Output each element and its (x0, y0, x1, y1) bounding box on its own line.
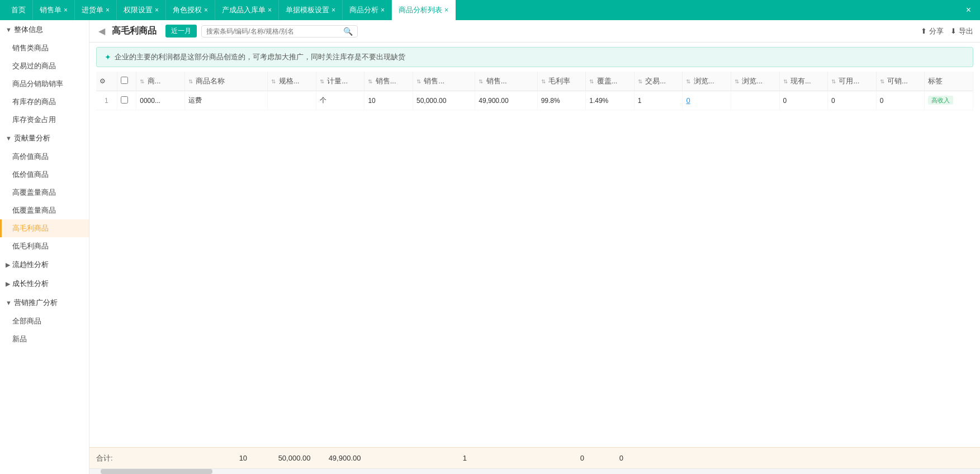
row-select-checkbox[interactable] (121, 96, 128, 104)
total-sales2: 50,000.00 (275, 454, 325, 462)
collapse-sidebar-button[interactable]: ◀ (96, 25, 107, 37)
close-tab-purchase[interactable]: × (106, 6, 110, 14)
row-transactions: 1 (634, 91, 683, 110)
col-stock1-header[interactable]: ⇅ 现有... (779, 72, 828, 91)
sidebar-group-overview[interactable]: ▼ 整体信息 (0, 20, 89, 39)
tag-badge: 高收入 (928, 96, 953, 105)
col-checkbox[interactable] (117, 72, 136, 91)
close-tab-templates[interactable]: × (332, 6, 335, 14)
horizontal-scrollbar[interactable] (89, 468, 980, 474)
search-icon[interactable]: 🔍 (343, 27, 353, 36)
col-stock3-header[interactable]: ⇅ 可销... (876, 72, 925, 91)
row-gross-rate: 99.8% (537, 91, 586, 110)
nav-tab-home[interactable]: 首页 (4, 0, 33, 20)
sidebar-group-contribution[interactable]: ▼ 贡献量分析 (0, 129, 89, 148)
export-icon: ⬇ (950, 27, 957, 35)
nav-tab-roles[interactable]: 角色授权 × (166, 0, 215, 20)
col-code-header[interactable]: ⇅ 商... (136, 72, 185, 91)
col-spec-header[interactable]: ⇅ 规格... (268, 72, 316, 91)
col-name-header[interactable]: ⇅ 商品名称 (184, 72, 267, 91)
main-layout: ▼ 整体信息 销售类商品 交易过的商品 商品分销助销率 有库存的商品 库存资金占… (0, 20, 980, 474)
nav-tab-templates[interactable]: 单据模板设置 × (279, 0, 343, 20)
sidebar-item-low-coverage[interactable]: 低覆盖量商品 (0, 201, 89, 219)
col-unit-header[interactable]: ⇅ 计量... (316, 72, 364, 91)
row-tag: 高收入 (925, 91, 973, 110)
sidebar-group-trend[interactable]: ▶ 流趋性分析 (0, 255, 89, 274)
sidebar-item-high-coverage[interactable]: 高覆盖量商品 (0, 184, 89, 201)
col-sales3-header[interactable]: ⇅ 销售... (475, 72, 537, 91)
total-sales1: 10 (236, 454, 275, 462)
nav-tab-sales[interactable]: 销售单 × (33, 0, 75, 20)
row-checkbox[interactable] (117, 91, 136, 110)
col-gross-header[interactable]: ⇅ 毛利率 (537, 72, 586, 91)
search-input[interactable] (206, 27, 343, 35)
col-sales2-header[interactable]: ⇅ 销售... (413, 72, 475, 91)
col-sales1-header[interactable]: ⇅ 销售... (364, 72, 413, 91)
row-sales3: 49,900.00 (475, 91, 537, 110)
sidebar-item-low-value[interactable]: 低价值商品 (0, 166, 89, 184)
sidebar-item-all-goods[interactable]: 全部商品 (0, 312, 89, 330)
export-button[interactable]: ⬇ 导出 (950, 26, 973, 36)
row-num: 1 (96, 91, 117, 110)
close-window-button[interactable]: × (962, 5, 976, 15)
nav-tab-analysis[interactable]: 商品分析 × (343, 0, 392, 20)
arrow-icon: ▶ (6, 280, 10, 288)
info-icon: ✦ (105, 53, 111, 62)
share-button[interactable]: ⬆ 分享 (921, 26, 944, 36)
row-code: 0000... (136, 91, 185, 110)
row-browse1[interactable]: 0 (683, 91, 731, 110)
sidebar-item-traded-goods[interactable]: 交易过的商品 (0, 57, 89, 75)
sidebar-group-marketing[interactable]: ▼ 营销推广分析 (0, 293, 89, 312)
col-stock2-header[interactable]: ⇅ 可用... (828, 72, 877, 91)
row-stock1: 0 (779, 91, 828, 110)
nav-tab-purchase[interactable]: 进货单 × (75, 0, 117, 20)
sidebar-group-growth[interactable]: ▶ 成长性分析 (0, 274, 89, 293)
close-tab-analysis-list[interactable]: × (444, 6, 448, 14)
sidebar-item-sales-goods[interactable]: 销售类商品 (0, 39, 89, 57)
info-text: 企业的主要的利润都是这部分商品创造的，可考虑加大推广，同时关注库存是不要出现缺货 (115, 52, 405, 62)
sidebar-item-in-stock-goods[interactable]: 有库存的商品 (0, 93, 89, 111)
sidebar-item-high-margin[interactable]: 高毛利商品 (0, 219, 89, 237)
row-name: 运费 (184, 91, 267, 110)
close-tab-analysis[interactable]: × (381, 6, 385, 14)
row-sales1: 10 (364, 91, 413, 110)
sidebar-item-high-value[interactable]: 高价值商品 (0, 148, 89, 166)
sidebar-item-distribution-rate[interactable]: 商品分销助销率 (0, 75, 89, 93)
row-stock2: 0 (828, 91, 877, 110)
row-sales2: 50,000.00 (413, 91, 475, 110)
total-stock2: 0 (616, 454, 655, 462)
sidebar-item-low-margin[interactable]: 低毛利商品 (0, 237, 89, 255)
total-sales3: 49,900.00 (325, 454, 376, 462)
arrow-icon: ▼ (6, 135, 12, 142)
total-label: 合计: (96, 453, 113, 463)
sidebar-item-new-products[interactable]: 新品 (0, 330, 89, 348)
footer-total: 合计: 10 50,000.00 49,900.00 1 0 0 (89, 447, 980, 468)
scrollbar-thumb[interactable] (101, 469, 212, 474)
close-tab-roles[interactable]: × (204, 6, 208, 14)
total-spacer2 (376, 454, 460, 462)
nav-tab-products[interactable]: 产成品入库单 × (215, 0, 279, 20)
close-tab-permissions[interactable]: × (155, 6, 159, 14)
arrow-icon: ▼ (6, 26, 12, 33)
content-area: ◀ 高毛利商品 近一月 🔍 ⬆ 分享 ⬇ 导出 ✦ 企业的主要的利润都是这部 (89, 20, 980, 474)
period-button[interactable]: 近一月 (165, 25, 197, 37)
table-row: 1 0000... 运费 个 10 50,000.00 49,900.00 99… (96, 91, 973, 110)
select-all-checkbox[interactable] (121, 77, 128, 84)
nav-tab-permissions[interactable]: 权限设置 × (117, 0, 166, 20)
toolbar-right: ⬆ 分享 ⬇ 导出 (921, 26, 973, 36)
col-transactions-header[interactable]: ⇅ 交易... (634, 72, 683, 91)
col-tag-header[interactable]: 标签 (925, 72, 973, 91)
col-browse1-header[interactable]: ⇅ 浏览... (683, 72, 731, 91)
total-spacer3 (499, 454, 577, 462)
close-tab-products[interactable]: × (268, 6, 272, 14)
row-coverage: 1.49% (586, 91, 635, 110)
nav-tab-analysis-list[interactable]: 商品分析列表 × (392, 0, 456, 20)
share-icon: ⬆ (921, 27, 927, 35)
arrow-icon: ▼ (6, 299, 12, 306)
col-coverage-header[interactable]: ⇅ 覆盖... (586, 72, 635, 91)
col-browse2-header[interactable]: ⇅ 浏览... (731, 72, 779, 91)
close-tab-sales[interactable]: × (64, 6, 68, 14)
col-settings[interactable]: ⚙ (96, 72, 117, 91)
browse-link[interactable]: 0 (686, 96, 690, 105)
sidebar-item-inventory-capital[interactable]: 库存资金占用 (0, 111, 89, 129)
